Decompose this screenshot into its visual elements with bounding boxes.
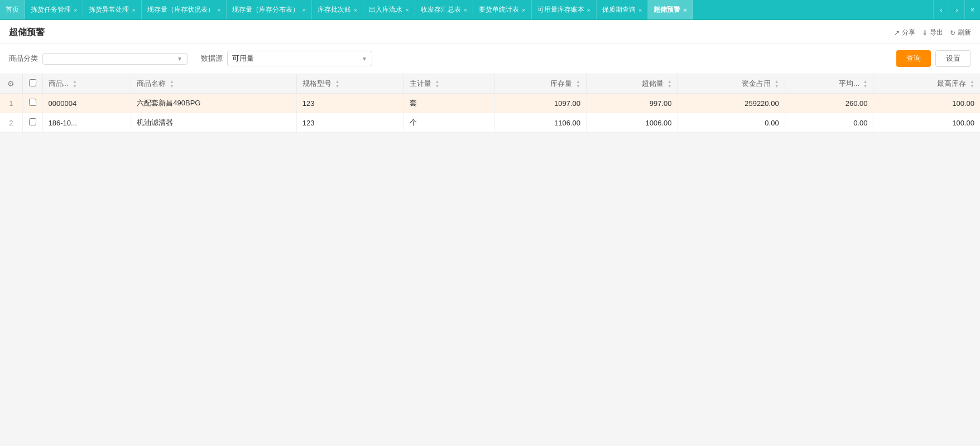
sort-icon-avg: ▲ ▼ — [863, 80, 868, 89]
row-checkbox[interactable] — [29, 99, 36, 106]
row-stock: 1106.00 — [495, 113, 587, 133]
datasource-select-arrow: ▼ — [362, 56, 367, 62]
category-select-arrow: ▼ — [177, 56, 182, 62]
row-name: 机油滤清器 — [131, 113, 297, 133]
close-tab-stock-dist[interactable]: × — [302, 7, 305, 13]
nav-arrow-right[interactable]: › — [949, 0, 964, 20]
row-spec: 123 — [296, 94, 403, 113]
sort-icon-name: ▲ ▼ — [170, 80, 174, 89]
sort-icon-spec: ▲ ▼ — [335, 80, 339, 89]
nav-tab-order-stat[interactable]: 要货单统计表 × — [473, 0, 531, 20]
page-title: 超储预警 — [9, 27, 45, 38]
row-checkbox-cell[interactable] — [22, 113, 42, 133]
page-header: 超储预警 ↗ 分享 ⇓ 导出 ↻ 刷新 — [0, 20, 980, 43]
nav-tab-overstock[interactable]: 超储预警 × — [648, 0, 693, 20]
query-button[interactable]: 查询 — [896, 50, 931, 67]
nav-tab-batch[interactable]: 库存批次账 × — [312, 0, 363, 20]
col-header-capital[interactable]: 资金占用 ▲ ▼ — [678, 74, 785, 94]
filter-area: 商品分类 ▼ 数据源 可用量 ▼ 查询 设置 — [0, 43, 980, 74]
nav-tab-stock-dist[interactable]: 现存量（库存分布表） × — [227, 0, 311, 20]
sort-icon-capital: ▲ ▼ — [775, 80, 779, 89]
col-header-checkbox — [22, 74, 42, 94]
refresh-icon: ↻ — [950, 29, 955, 37]
filter-category: 商品分类 ▼ — [9, 53, 188, 65]
sort-icon-stock: ▲ ▼ — [576, 80, 580, 89]
nav-arrow-close[interactable]: × — [964, 0, 980, 20]
row-index: 1 — [0, 94, 22, 113]
col-header-max[interactable]: 最高库存 ▲ ▼ — [873, 74, 980, 94]
row-max: 100.00 — [873, 94, 980, 113]
row-avg: 0.00 — [785, 113, 873, 133]
col-header-settings: ⚙ — [0, 74, 22, 94]
nav-tab-collect[interactable]: 收发存汇总表 × — [415, 0, 473, 20]
nav-arrows: ‹ › × — [933, 0, 980, 20]
datasource-label: 数据源 — [201, 54, 223, 64]
sort-icon-overstock: ▲ ▼ — [667, 80, 672, 89]
close-tab-abnormal[interactable]: × — [132, 7, 135, 13]
nav-arrow-left[interactable]: ‹ — [933, 0, 949, 20]
col-header-avg[interactable]: 平均... ▲ ▼ — [785, 74, 873, 94]
close-tab-inout[interactable]: × — [405, 7, 409, 13]
sort-icon-unit: ▲ ▼ — [435, 80, 440, 89]
row-capital: 0.00 — [678, 113, 785, 133]
row-max: 100.00 — [873, 113, 980, 133]
category-select[interactable]: ▼ — [42, 53, 188, 65]
data-table: ⚙ 商品... ▲ ▼ 商品名称 ▲ ▼ — [0, 74, 980, 133]
column-settings-icon[interactable]: ⚙ — [7, 79, 15, 88]
col-header-unit[interactable]: 主计量 ▲ ▼ — [403, 74, 495, 94]
close-tab-collect[interactable]: × — [464, 7, 467, 13]
category-label: 商品分类 — [9, 54, 38, 64]
close-tab-available[interactable]: × — [587, 7, 590, 13]
nav-tab-task[interactable]: 拣货任务管理 × — [25, 0, 83, 20]
datasource-select-value: 可用量 — [232, 54, 254, 64]
close-tab-task[interactable]: × — [74, 7, 77, 13]
row-unit: 套 — [403, 94, 495, 113]
datasource-select[interactable]: 可用量 ▼ — [227, 51, 372, 66]
row-index: 2 — [0, 113, 22, 133]
row-overstock: 1006.00 — [587, 113, 678, 133]
close-tab-batch[interactable]: × — [354, 7, 357, 13]
nav-tab-abnormal[interactable]: 拣货异常处理 × — [83, 0, 141, 20]
col-header-name[interactable]: 商品名称 ▲ ▼ — [131, 74, 297, 94]
row-avg: 260.00 — [785, 94, 873, 113]
row-unit: 个 — [403, 113, 495, 133]
col-header-code[interactable]: 商品... ▲ ▼ — [42, 74, 131, 94]
row-code: 0000004 — [42, 94, 131, 113]
table-body: 1 0000004 六配套新昌490BPG 123 套 1097.00 997.… — [0, 94, 980, 133]
table-row[interactable]: 1 0000004 六配套新昌490BPG 123 套 1097.00 997.… — [0, 94, 980, 113]
filter-actions: 查询 设置 — [896, 50, 971, 67]
share-button[interactable]: ↗ 分享 — [894, 28, 915, 37]
col-header-stock[interactable]: 库存量 ▲ ▼ — [495, 74, 587, 94]
table-row[interactable]: 2 186-10... 机油滤清器 123 个 1106.00 1006.00 … — [0, 113, 980, 133]
nav-tab-stock-status[interactable]: 现存量（库存状况表） × — [142, 0, 227, 20]
row-code: 186-10... — [42, 113, 131, 133]
data-table-container: ⚙ 商品... ▲ ▼ 商品名称 ▲ ▼ — [0, 74, 980, 133]
select-all-checkbox[interactable] — [29, 79, 36, 86]
sort-icon-code: ▲ ▼ — [73, 80, 77, 89]
export-button[interactable]: ⇓ 导出 — [922, 28, 943, 37]
close-tab-quality[interactable]: × — [638, 7, 642, 13]
export-icon: ⇓ — [922, 29, 928, 37]
table-header-row: ⚙ 商品... ▲ ▼ 商品名称 ▲ ▼ — [0, 74, 980, 94]
close-tab-overstock[interactable]: × — [683, 7, 686, 13]
col-header-overstock[interactable]: 超储量 ▲ ▼ — [587, 74, 678, 94]
col-header-spec[interactable]: 规格型号 ▲ ▼ — [296, 74, 403, 94]
settings-button[interactable]: 设置 — [935, 50, 971, 67]
nav-tab-available[interactable]: 可用量库存账本 × — [532, 0, 597, 20]
row-checkbox[interactable] — [29, 118, 36, 125]
nav-tab-inout[interactable]: 出入库流水 × — [363, 0, 415, 20]
nav-tab-home[interactable]: 首页 — [0, 0, 25, 20]
refresh-button[interactable]: ↻ 刷新 — [950, 28, 971, 37]
filter-datasource: 数据源 可用量 ▼ — [201, 51, 372, 66]
row-capital: 259220.00 — [678, 94, 785, 113]
close-tab-stock-status[interactable]: × — [217, 7, 220, 13]
row-overstock: 997.00 — [587, 94, 678, 113]
share-icon: ↗ — [894, 29, 900, 37]
nav-tab-quality[interactable]: 保质期查询 × — [597, 0, 648, 20]
close-tab-order-stat[interactable]: × — [522, 7, 525, 13]
top-nav: 首页 拣货任务管理 × 拣货异常处理 × 现存量（库存状况表） × 现存量（库存… — [0, 0, 980, 20]
row-name: 六配套新昌490BPG — [131, 94, 297, 113]
row-checkbox-cell[interactable] — [22, 94, 42, 113]
row-stock: 1097.00 — [495, 94, 587, 113]
sort-icon-max: ▲ ▼ — [970, 80, 974, 89]
